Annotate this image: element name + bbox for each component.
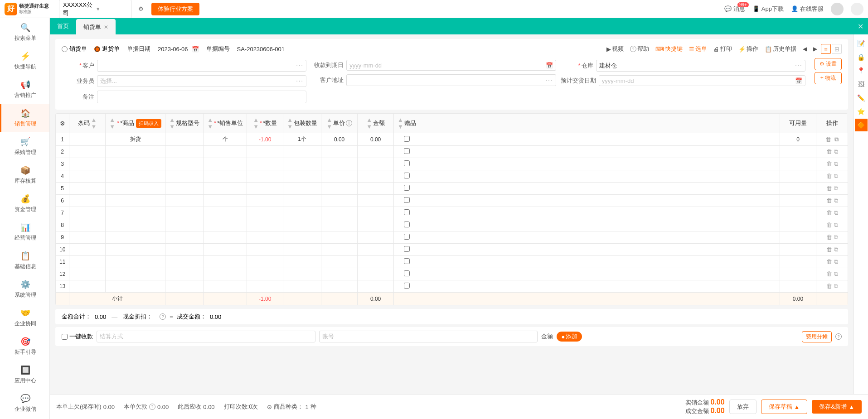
gift-checkbox-4[interactable] <box>404 173 410 178</box>
sidebar-item-quick-nav[interactable]: ⚡ 快捷导航 <box>0 47 49 75</box>
table-settings-icon[interactable]: ⚙ <box>60 120 65 127</box>
sidebar-item-operations[interactable]: 📊 经营管理 <box>0 218 49 246</box>
sidebar-item-marketing[interactable]: 📢 营销推广 <box>0 75 49 104</box>
online-service-btn[interactable]: 👤 在线客服 <box>791 5 824 13</box>
toolbar-history-btn[interactable]: 📋 历史单据 <box>762 43 799 54</box>
save-draft-btn[interactable]: 保存草稿 ▲ <box>761 400 808 414</box>
delete-btn-3[interactable]: 🗑 <box>826 160 832 167</box>
gift-checkbox-1[interactable] <box>404 136 410 142</box>
delete-btn-13[interactable]: 🗑 <box>826 283 832 289</box>
toolbar-operate-btn[interactable]: ⚡ 操作 <box>736 43 761 54</box>
copy-btn-13[interactable]: ⧉ <box>834 283 838 289</box>
customer-input[interactable]: ··· <box>97 60 306 72</box>
rp-image-btn[interactable]: 🖼 <box>855 78 868 91</box>
toolbar-help-btn[interactable]: ? 帮助 <box>627 43 652 54</box>
receive-date-input[interactable]: yyyy-mm-dd 📅 <box>346 60 556 71</box>
gift-checkbox-3[interactable] <box>404 160 410 166</box>
date-calendar-icon[interactable]: 📅 <box>192 46 199 53</box>
sidebar-item-app-center[interactable]: 🔲 应用中心 <box>0 361 49 389</box>
save-new-btn[interactable]: 保存&新增 ▲ <box>812 400 862 414</box>
radio-return-order[interactable]: 退货单 <box>94 45 120 53</box>
tab-bar-close-btn[interactable]: ✕ <box>853 22 868 31</box>
td-product-1[interactable]: 拆货 <box>106 133 165 146</box>
account-input[interactable]: 账号 <box>319 331 538 342</box>
sidebar-item-inventory[interactable]: 📦 库存核算 <box>0 161 49 189</box>
trial-button[interactable]: 体验行业方案 <box>151 3 199 15</box>
gift-checkbox-8[interactable] <box>404 222 410 227</box>
spec-sort[interactable]: ▲▼ <box>169 116 175 130</box>
toolbar-select-btn[interactable]: ☰ 选单 <box>686 43 710 54</box>
product-sort[interactable]: ▲▼ <box>109 116 115 130</box>
toolbar-shortcuts-btn[interactable]: ⌨ 快捷键 <box>653 43 685 54</box>
qty-sort[interactable]: ▲▼ <box>253 116 259 130</box>
tab-close-btn[interactable]: ✕ <box>104 24 108 30</box>
copy-btn-10[interactable]: ⧉ <box>834 246 838 253</box>
toolbar-video-btn[interactable]: ▶ 视频 <box>604 43 626 54</box>
td-unit-1[interactable]: 个 <box>204 133 247 146</box>
gift-checkbox-13[interactable] <box>404 283 410 289</box>
sidebar-item-wechat[interactable]: 💬 企业微信 <box>0 389 49 418</box>
toolbar-print-btn[interactable]: 🖨 打印 <box>711 43 735 54</box>
sidebar-item-enterprise[interactable]: 🤝 企业协同 <box>0 303 49 332</box>
scan-btn[interactable]: 扫码录入 <box>136 119 161 128</box>
amount-sort[interactable]: ▲▼ <box>366 116 372 130</box>
gift-sort[interactable]: ▲▼ <box>398 116 403 130</box>
rp-location-btn[interactable]: 📍 <box>855 64 868 77</box>
td-spec-1[interactable] <box>165 133 204 146</box>
copy-btn-9[interactable]: ⧉ <box>834 234 838 241</box>
gift-checkbox-2[interactable] <box>404 148 410 154</box>
th-settings[interactable]: ⚙ <box>56 114 69 133</box>
radio-return-input[interactable] <box>94 46 100 52</box>
copy-btn-5[interactable]: ⧉ <box>834 185 838 192</box>
gift-checkbox-12[interactable] <box>404 270 410 276</box>
td-pack-qty-1[interactable]: 1个 <box>283 133 321 146</box>
rp-orange-btn[interactable]: 🔶 <box>855 119 868 131</box>
toolbar-next-btn[interactable]: ▶ <box>810 44 820 53</box>
one-click-payment-checkbox[interactable]: 一键收款 <box>62 332 93 341</box>
topbar-settings-btn[interactable]: ⚙ <box>134 2 148 16</box>
price-sort[interactable]: ▲▼ <box>326 116 332 130</box>
delete-btn-12[interactable]: 🗑 <box>826 270 832 277</box>
copy-btn-3[interactable]: ⧉ <box>834 160 838 167</box>
form-settings-btn[interactable]: ⚙ 设置 <box>815 58 842 70</box>
app-download-btn[interactable]: 📱 App下载 <box>752 5 784 13</box>
delete-btn-2[interactable]: 🗑 <box>826 148 832 155</box>
sidebar-item-sales[interactable]: 🏠 销售管理 <box>0 104 49 132</box>
rp-edit-btn[interactable]: ✏️ <box>855 92 868 104</box>
td-barcode-1[interactable] <box>69 133 106 146</box>
delete-btn-1[interactable]: 🗑 <box>825 136 831 143</box>
expense-help-icon[interactable]: ? <box>835 333 842 340</box>
copy-btn-1[interactable]: ⧉ <box>834 136 839 143</box>
sidebar-item-finance[interactable]: 💰 资金管理 <box>0 189 49 218</box>
abandon-btn[interactable]: 放弃 <box>729 400 756 414</box>
copy-btn-4[interactable]: ⧉ <box>834 173 838 179</box>
user-avatar[interactable] <box>831 3 844 15</box>
expense-split-btn[interactable]: 费用分摊 <box>802 331 832 342</box>
tab-home[interactable]: 首页 <box>50 18 76 34</box>
copy-btn-7[interactable]: ⧉ <box>834 209 838 216</box>
td-amount-1[interactable]: 0.00 <box>358 133 394 146</box>
sidebar-item-guide[interactable]: 🎯 新手引导 <box>0 332 49 361</box>
message-btn[interactable]: 💬 消息 99+ <box>724 5 745 13</box>
copy-btn-6[interactable]: ⧉ <box>834 197 838 204</box>
delete-btn-7[interactable]: 🗑 <box>826 209 832 216</box>
form-logistics-btn[interactable]: + 物流 <box>815 72 842 84</box>
delete-btn-6[interactable]: 🗑 <box>826 197 832 204</box>
copy-btn-12[interactable]: ⧉ <box>834 270 838 277</box>
radio-sales-order[interactable]: 销货单 <box>62 45 87 53</box>
product-type-radio[interactable]: ⊙ <box>267 404 272 410</box>
td-gift-1[interactable] <box>394 133 420 146</box>
view-grid-btn[interactable]: ⊞ <box>832 44 842 54</box>
tab-sales-order[interactable]: 销货单 ✕ <box>76 19 116 35</box>
barcode-sort[interactable]: ▲▼ <box>91 116 97 130</box>
price-info-icon[interactable]: i <box>346 120 352 126</box>
td-price-1[interactable]: 0.00 <box>321 133 358 146</box>
rp-star-btn[interactable]: ⭐ <box>855 105 868 118</box>
add-payment-btn[interactable]: ● 添加 <box>557 332 582 342</box>
sidebar-item-base-info[interactable]: 📋 基础信息 <box>0 246 49 275</box>
rp-lock-btn[interactable]: 🔒 <box>855 51 868 63</box>
delete-btn-5[interactable]: 🗑 <box>826 185 832 192</box>
rp-note-btn[interactable]: 📝 <box>855 37 868 50</box>
delete-btn-11[interactable]: 🗑 <box>826 258 832 265</box>
gift-checkbox-7[interactable] <box>404 209 410 215</box>
